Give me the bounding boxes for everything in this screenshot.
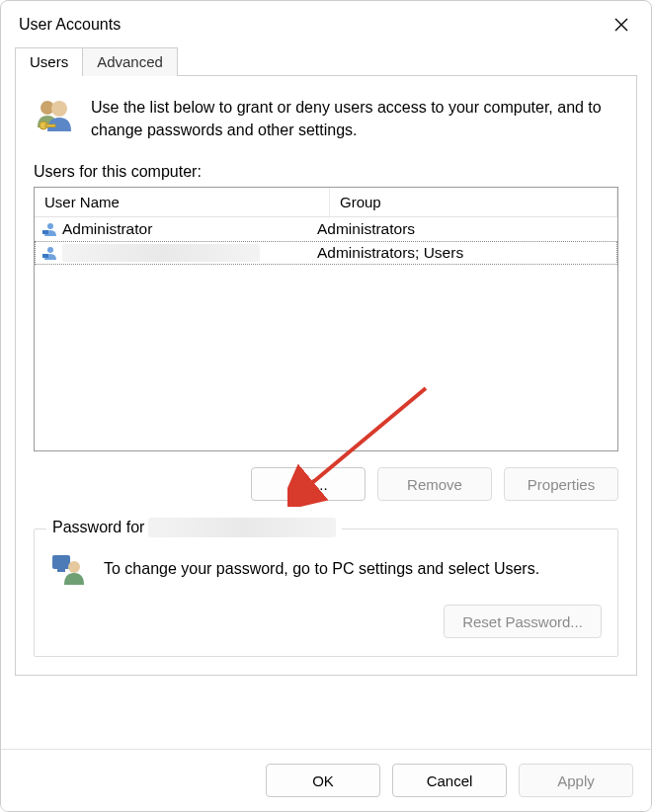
svg-point-6 xyxy=(47,247,53,253)
user-row[interactable]: Administrators; Users xyxy=(35,241,617,265)
svg-point-1 xyxy=(51,101,67,117)
column-header-username[interactable]: User Name xyxy=(35,188,330,216)
cancel-button[interactable]: Cancel xyxy=(392,764,507,797)
tab-users[interactable]: Users xyxy=(15,47,83,76)
svg-point-10 xyxy=(68,561,80,573)
users-list-label: Users for this computer: xyxy=(34,163,618,181)
user-icon xyxy=(42,245,58,261)
titlebar: User Accounts xyxy=(1,1,651,46)
password-instruction-text: To change your password, go to PC settin… xyxy=(104,560,539,578)
close-icon xyxy=(614,18,628,32)
svg-point-4 xyxy=(47,223,53,229)
ok-button[interactable]: OK xyxy=(266,764,380,797)
apply-button[interactable]: Apply xyxy=(519,764,633,797)
list-header: User Name Group xyxy=(35,188,617,217)
user-accounts-window: User Accounts Users Advanced Use the lis… xyxy=(0,0,652,812)
user-name-cell: Administrator xyxy=(62,220,152,238)
user-name-cell-redacted xyxy=(62,244,260,262)
users-listbox[interactable]: User Name Group Administrator Administra… xyxy=(34,187,618,451)
column-header-group[interactable]: Group xyxy=(330,188,617,216)
close-button[interactable] xyxy=(608,11,635,39)
password-legend-prefix: Password for xyxy=(52,519,144,536)
properties-button[interactable]: Properties xyxy=(504,467,618,501)
svg-rect-5 xyxy=(42,230,48,234)
intro-text: Use the list below to grant or deny user… xyxy=(91,96,618,141)
user-icon xyxy=(42,221,58,237)
password-groupbox: Password for To change your password, go… xyxy=(34,528,618,657)
svg-rect-7 xyxy=(42,254,48,258)
remove-button[interactable]: Remove xyxy=(377,467,492,501)
add-button[interactable]: Add... xyxy=(251,467,366,501)
dialog-footer: OK Cancel Apply xyxy=(1,749,651,811)
tab-advanced[interactable]: Advanced xyxy=(82,47,178,76)
reset-password-button[interactable]: Reset Password... xyxy=(444,605,602,638)
password-user-icon xyxy=(50,551,86,587)
user-group-cell: Administrators xyxy=(309,217,617,241)
password-legend-username-redacted xyxy=(148,518,336,537)
svg-rect-3 xyxy=(45,124,55,127)
users-keys-icon xyxy=(34,96,73,135)
tabstrip: Users Advanced xyxy=(15,46,637,76)
user-group-cell: Administrators; Users xyxy=(309,241,617,265)
user-row[interactable]: Administrator Administrators xyxy=(35,217,617,241)
svg-rect-8 xyxy=(52,555,70,569)
users-panel: Use the list below to grant or deny user… xyxy=(15,75,637,676)
window-title: User Accounts xyxy=(19,16,121,34)
password-groupbox-legend: Password for xyxy=(46,518,342,537)
svg-rect-9 xyxy=(57,569,65,572)
